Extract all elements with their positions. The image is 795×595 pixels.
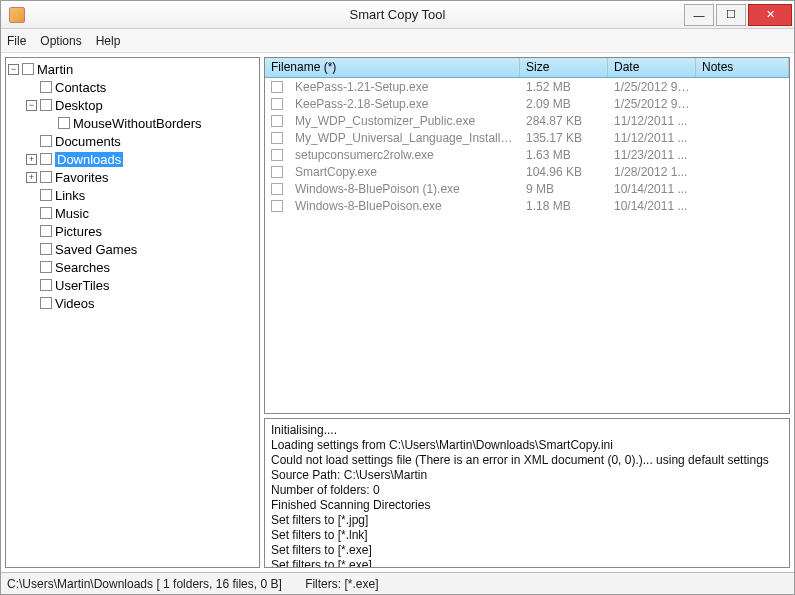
checkbox[interactable] <box>271 166 283 178</box>
collapse-icon[interactable]: − <box>8 64 19 75</box>
expand-icon[interactable]: + <box>26 154 37 165</box>
content-area: − Martin Contacts−DesktopMouseWithoutBor… <box>1 53 794 572</box>
list-body[interactable]: KeePass-1.21-Setup.exe1.52 MB1/25/2012 9… <box>265 78 789 413</box>
checkbox[interactable] <box>271 81 283 93</box>
status-filters-value: [*.exe] <box>344 577 378 591</box>
file-date: 10/14/2011 ... <box>608 199 696 213</box>
close-button[interactable]: ✕ <box>748 4 792 26</box>
file-row[interactable]: KeePass-1.21-Setup.exe1.52 MB1/25/2012 9… <box>265 78 789 95</box>
expand-icon[interactable]: + <box>26 172 37 183</box>
column-date[interactable]: Date <box>608 58 696 77</box>
tree-item[interactable]: Videos <box>8 294 257 312</box>
expander-blank <box>26 190 37 201</box>
file-list: Filename (*) Size Date Notes KeePass-1.2… <box>264 57 790 414</box>
tree-item[interactable]: MouseWithoutBorders <box>8 114 257 132</box>
expander-blank <box>26 82 37 93</box>
tree-item[interactable]: Music <box>8 204 257 222</box>
checkbox[interactable] <box>58 117 70 129</box>
log-line: Number of folders: 0 <box>271 483 783 498</box>
minimize-button[interactable]: — <box>684 4 714 26</box>
file-name: KeePass-1.21-Setup.exe <box>289 80 520 94</box>
menu-help[interactable]: Help <box>96 34 121 48</box>
file-size: 1.18 MB <box>520 199 608 213</box>
log-pane[interactable]: Initialising....Loading settings from C:… <box>264 418 790 568</box>
checkbox[interactable] <box>40 189 52 201</box>
file-date: 11/12/2011 ... <box>608 114 696 128</box>
tree-item-label: Desktop <box>55 98 103 113</box>
log-line: Initialising.... <box>271 423 783 438</box>
file-date: 1/25/2012 9:... <box>608 97 696 111</box>
file-row[interactable]: My_WDP_Universal_Language_Installer_Publ… <box>265 129 789 146</box>
column-filename[interactable]: Filename (*) <box>265 58 520 77</box>
checkbox[interactable] <box>40 135 52 147</box>
menu-file[interactable]: File <box>7 34 26 48</box>
checkbox[interactable] <box>271 98 283 110</box>
tree-item[interactable]: Searches <box>8 258 257 276</box>
tree-item[interactable]: Saved Games <box>8 240 257 258</box>
log-line: Set filters to [*.jpg] <box>271 513 783 528</box>
file-size: 2.09 MB <box>520 97 608 111</box>
checkbox[interactable] <box>40 171 52 183</box>
checkbox[interactable] <box>40 279 52 291</box>
right-pane: Filename (*) Size Date Notes KeePass-1.2… <box>264 57 790 568</box>
titlebar: Smart Copy Tool — ☐ ✕ <box>1 1 794 29</box>
file-row[interactable]: Windows-8-BluePoison.exe1.18 MB10/14/201… <box>265 197 789 214</box>
tree-item-label: Music <box>55 206 89 221</box>
file-name: My_WDP_Universal_Language_Installer_Publ… <box>289 131 520 145</box>
folder-tree[interactable]: − Martin Contacts−DesktopMouseWithoutBor… <box>5 57 260 568</box>
collapse-icon[interactable]: − <box>26 100 37 111</box>
file-name: setupconsumerc2rolw.exe <box>289 148 520 162</box>
tree-item[interactable]: UserTiles <box>8 276 257 294</box>
file-name: SmartCopy.exe <box>289 165 520 179</box>
statusbar: C:\Users\Martin\Downloads [ 1 folders, 1… <box>1 572 794 594</box>
tree-item[interactable]: Contacts <box>8 78 257 96</box>
checkbox[interactable] <box>40 153 52 165</box>
tree-item[interactable]: +Downloads <box>8 150 257 168</box>
tree-root[interactable]: − Martin <box>8 60 257 78</box>
column-size[interactable]: Size <box>520 58 608 77</box>
file-row[interactable]: setupconsumerc2rolw.exe1.63 MB11/23/2011… <box>265 146 789 163</box>
checkbox[interactable] <box>271 115 283 127</box>
tree-item-label: Pictures <box>55 224 102 239</box>
file-row[interactable]: KeePass-2.18-Setup.exe2.09 MB1/25/2012 9… <box>265 95 789 112</box>
file-row[interactable]: My_WDP_Customizer_Public.exe284.87 KB11/… <box>265 112 789 129</box>
checkbox[interactable] <box>271 183 283 195</box>
checkbox[interactable] <box>40 243 52 255</box>
checkbox[interactable] <box>40 81 52 93</box>
checkbox[interactable] <box>271 149 283 161</box>
tree-item-label: MouseWithoutBorders <box>73 116 202 131</box>
expander-blank <box>26 226 37 237</box>
expander-blank <box>26 208 37 219</box>
tree-item-label: Contacts <box>55 80 106 95</box>
log-line: Set filters to [*.exe] <box>271 543 783 558</box>
log-line: Finished Scanning Directories <box>271 498 783 513</box>
tree-item[interactable]: Pictures <box>8 222 257 240</box>
checkbox[interactable] <box>271 200 283 212</box>
maximize-button[interactable]: ☐ <box>716 4 746 26</box>
file-row[interactable]: SmartCopy.exe104.96 KB1/28/2012 1... <box>265 163 789 180</box>
checkbox[interactable] <box>40 99 52 111</box>
checkbox[interactable] <box>22 63 34 75</box>
file-name: Windows-8-BluePoison (1).exe <box>289 182 520 196</box>
column-notes[interactable]: Notes <box>696 58 789 77</box>
checkbox[interactable] <box>40 261 52 273</box>
tree-item[interactable]: Links <box>8 186 257 204</box>
tree-item[interactable]: +Favorites <box>8 168 257 186</box>
log-line: Loading settings from C:\Users\Martin\Do… <box>271 438 783 453</box>
file-row[interactable]: Windows-8-BluePoison (1).exe9 MB10/14/20… <box>265 180 789 197</box>
tree-item-label: Saved Games <box>55 242 137 257</box>
tree-item[interactable]: Documents <box>8 132 257 150</box>
file-size: 9 MB <box>520 182 608 196</box>
tree-item-label: Videos <box>55 296 95 311</box>
log-line: Source Path: C:\Users\Martin <box>271 468 783 483</box>
file-name: My_WDP_Customizer_Public.exe <box>289 114 520 128</box>
expander-blank <box>26 136 37 147</box>
list-header: Filename (*) Size Date Notes <box>265 58 789 78</box>
menu-options[interactable]: Options <box>40 34 81 48</box>
checkbox[interactable] <box>40 297 52 309</box>
checkbox[interactable] <box>40 207 52 219</box>
checkbox[interactable] <box>271 132 283 144</box>
checkbox[interactable] <box>40 225 52 237</box>
window-controls: — ☐ ✕ <box>684 4 794 26</box>
tree-item[interactable]: −Desktop <box>8 96 257 114</box>
